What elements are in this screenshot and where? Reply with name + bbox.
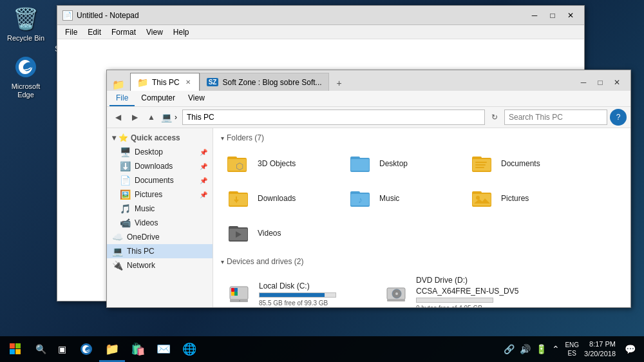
ribbon-tab-view[interactable]: View xyxy=(182,91,211,106)
clock-date: 3/20/2018 xyxy=(584,349,616,359)
folder-pictures-icon xyxy=(470,187,496,210)
sidebar-item-network[interactable]: 🔌 Network xyxy=(107,258,213,272)
taskbar-app-other[interactable]: 🌐 xyxy=(176,336,202,362)
search-taskbar-btn[interactable]: 🔍 xyxy=(31,336,50,362)
quick-access-text: Quick access xyxy=(131,133,180,142)
tab-thispc-close[interactable]: ✕ xyxy=(184,78,193,86)
breadcrumb-bar: 💻 › xyxy=(161,112,177,122)
drive-c-free: 85.5 GB free of 99.3 GB xyxy=(259,300,336,307)
svg-rect-41 xyxy=(10,343,15,348)
folder-downloads-name: Downloads xyxy=(258,194,296,203)
drive-d-icon xyxy=(384,282,410,305)
folders-chevron: ▾ xyxy=(221,135,224,142)
sidebar-item-music[interactable]: 🎵 Music xyxy=(107,202,213,216)
sidebar: ▾ ⭐ Quick access 🖥️ Desktop 📌 ⬇️ Downloa… xyxy=(107,128,213,307)
notepad-menu-help[interactable]: Help xyxy=(168,26,194,38)
sidebar-item-onedrive[interactable]: ☁️ OneDrive xyxy=(107,230,213,244)
tray-battery-icon: 🔋 xyxy=(536,344,547,354)
nav-back-btn[interactable]: ◀ xyxy=(111,110,125,124)
drive-d-bar-container xyxy=(416,298,493,303)
explorer-body: ▾ ⭐ Quick access 🖥️ Desktop 📌 ⬇️ Downloa… xyxy=(107,128,630,307)
notepad-maximize-btn[interactable]: □ xyxy=(544,9,561,22)
new-tab-btn[interactable]: + xyxy=(332,75,347,91)
refresh-btn[interactable]: ↻ xyxy=(488,110,502,124)
svg-point-35 xyxy=(239,300,240,301)
drive-item-c[interactable]: Local Disk (C:) 85.5 GB free of 99.3 GB xyxy=(221,271,375,307)
sidebar-item-downloads[interactable]: ⬇️ Downloads 📌 xyxy=(107,159,213,173)
folder-grid: ⬡ 3D Objects Desktop xyxy=(221,148,623,249)
svg-rect-11 xyxy=(475,162,487,163)
sidebar-item-desktop[interactable]: 🖥️ Desktop 📌 xyxy=(107,145,213,159)
sidebar-item-thispc[interactable]: 💻 This PC xyxy=(107,244,213,258)
desktop-icon-recycle-bin[interactable]: 🗑️ Recycle Bin xyxy=(3,3,48,45)
tray-network-icon[interactable]: 🔗 xyxy=(504,344,515,354)
drive-item-d[interactable]: DVD Drive (D:) CCSA_X64FRE_EN-US_DV5 0 b… xyxy=(378,271,533,307)
edge-label: MicrosoftEdge xyxy=(12,82,41,99)
search-input[interactable] xyxy=(504,110,607,125)
drive-grid: Local Disk (C:) 85.5 GB free of 99.3 GB xyxy=(221,271,623,307)
notepad-menu-view[interactable]: View xyxy=(141,26,168,38)
clock-time: 8:17 PM xyxy=(589,339,616,349)
notepad-minimize-btn[interactable]: ─ xyxy=(526,9,543,22)
explorer-minimize-btn[interactable]: ─ xyxy=(575,74,592,91)
taskbar-app-explorer[interactable]: 📁 xyxy=(99,336,125,362)
tab-sz-icon: SZ xyxy=(207,78,219,86)
task-view-btn[interactable]: ▣ xyxy=(50,336,73,362)
folder-documents-name: Documents xyxy=(501,159,540,168)
tray-volume-icon[interactable]: 🔊 xyxy=(520,344,531,354)
folder-item-3dobjects[interactable]: ⬡ 3D Objects xyxy=(221,148,340,180)
drive-c-bar-container xyxy=(259,292,336,298)
sidebar-music-label: Music xyxy=(135,204,155,213)
drives-section-header: ▾ Devices and drives (2) xyxy=(221,257,623,266)
folder-item-desktop[interactable]: Desktop xyxy=(343,148,462,180)
pin-pictures-icon: 📌 xyxy=(200,191,207,198)
notepad-menu-format[interactable]: Format xyxy=(106,26,141,38)
taskbar-app-store[interactable]: 🛍️ xyxy=(125,336,151,362)
sidebar-item-documents[interactable]: 📄 Documents 📌 xyxy=(107,173,213,187)
svg-rect-40 xyxy=(387,300,405,301)
sidebar-videos-label: Videos xyxy=(135,218,158,227)
svg-rect-32 xyxy=(231,292,234,296)
notepad-menu-edit[interactable]: Edit xyxy=(82,26,106,38)
start-btn[interactable] xyxy=(0,336,31,362)
pin-desktop-icon: 📌 xyxy=(200,149,207,156)
folder-item-downloads[interactable]: Downloads xyxy=(221,182,340,214)
sidebar-thispc-label: This PC xyxy=(127,247,155,256)
notepad-menu-file[interactable]: File xyxy=(60,26,82,38)
clock[interactable]: 8:17 PM 3/20/2018 xyxy=(584,339,616,359)
tab-thispc-label: This PC xyxy=(152,78,180,87)
ribbon-tab-file[interactable]: File xyxy=(109,91,135,106)
folder-item-documents[interactable]: Documents xyxy=(464,148,583,180)
folder-item-music[interactable]: ♪ Music xyxy=(343,182,462,214)
explorer-tab-softzone[interactable]: SZ Soft Zone : Blog sobre Soft... xyxy=(200,73,329,91)
tray-chevron-icon[interactable]: ⌃ xyxy=(552,344,560,354)
explorer-tab-thispc[interactable]: 📁 This PC ✕ xyxy=(130,73,200,91)
drive-c-name: Local Disk (C:) xyxy=(259,281,336,291)
help-btn[interactable]: ? xyxy=(610,109,627,126)
ribbon-tabs: File Computer View xyxy=(107,91,630,107)
address-text: This PC xyxy=(187,113,214,122)
nav-up-btn[interactable]: ▲ xyxy=(144,110,158,124)
desktop-icon-edge[interactable]: MicrosoftEdge xyxy=(3,52,48,102)
svg-rect-30 xyxy=(231,288,234,292)
sidebar-thispc-icon: 💻 xyxy=(112,246,123,256)
lang-indicator[interactable]: ENG ES xyxy=(565,341,579,357)
explorer-close-btn[interactable]: ✕ xyxy=(609,74,625,91)
sidebar-item-pictures[interactable]: 🖼️ Pictures 📌 xyxy=(107,187,213,202)
folder-desktop-name: Desktop xyxy=(379,159,408,168)
taskbar-app-mail[interactable]: ✉️ xyxy=(151,336,176,362)
notification-btn[interactable]: 💬 xyxy=(621,336,639,362)
drive-c-icon xyxy=(227,282,252,305)
sidebar-item-videos[interactable]: 📹 Videos xyxy=(107,216,213,230)
notepad-close-btn[interactable]: ✕ xyxy=(562,9,579,22)
task-view-icon: ▣ xyxy=(58,344,66,354)
notification-icon: 💬 xyxy=(625,344,636,354)
folder-item-pictures[interactable]: Pictures xyxy=(464,182,583,214)
svg-rect-31 xyxy=(234,288,238,292)
folder-item-videos[interactable]: Videos xyxy=(221,217,340,249)
nav-forward-btn[interactable]: ▶ xyxy=(128,110,142,124)
explorer-maximize-btn[interactable]: □ xyxy=(592,74,609,91)
address-bar[interactable]: This PC xyxy=(182,110,485,125)
ribbon-tab-computer[interactable]: Computer xyxy=(135,91,182,106)
taskbar-app-edge[interactable] xyxy=(73,336,99,362)
